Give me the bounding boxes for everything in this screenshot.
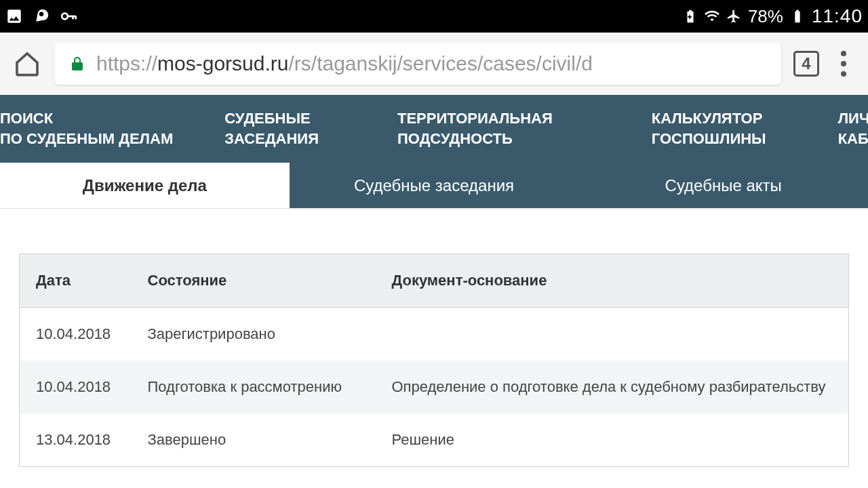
android-status-bar: 78% 11:40 (0, 0, 868, 33)
browser-toolbar: https://mos-gorsud.ru/rs/taganskij/servi… (0, 33, 868, 95)
cell-date: 10.04.2018 (20, 308, 132, 361)
table-row: 13.04.2018 Завершено Решение (20, 413, 849, 467)
nav-item-account[interactable]: ЛИЧНЫЙКАБИНЕТ (821, 108, 868, 148)
image-icon (5, 7, 23, 25)
cell-state: Завершено (132, 413, 376, 467)
dot-icon (841, 71, 846, 77)
battery-icon (790, 9, 805, 24)
key-icon (60, 7, 77, 25)
tab-switcher-button[interactable]: 4 (793, 51, 819, 77)
address-bar[interactable]: https://mos-gorsud.ru/rs/taganskij/servi… (54, 43, 781, 85)
site-nav: ПОИСКПО СУДЕБНЫМ ДЕЛАМ СУДЕБНЫЕЗАСЕДАНИЯ… (0, 95, 868, 163)
nav-item-calculator[interactable]: КАЛЬКУЛЯТОРГОСПОШЛИНЫ (634, 108, 821, 148)
cell-doc: Определение о подготовке дела к судебном… (376, 361, 849, 413)
tab-hearings[interactable]: Судебные заседания (290, 163, 579, 208)
location-icon (33, 7, 50, 25)
header-document: Документ-основание (376, 254, 849, 308)
cell-doc: Решение (376, 413, 849, 467)
header-date: Дата (20, 254, 132, 308)
tab-count: 4 (802, 54, 810, 73)
overflow-menu-button[interactable] (831, 51, 856, 77)
nav-item-search[interactable]: ПОИСКПО СУДЕБНЫМ ДЕЛАМ (0, 108, 207, 148)
nav-item-jurisdiction[interactable]: ТЕРРИТОРИАЛЬНАЯПОДСУДНОСТЬ (380, 108, 634, 148)
table-row: 10.04.2018 Зарегистрировано (20, 308, 849, 361)
cell-date: 13.04.2018 (20, 413, 132, 467)
home-icon (14, 50, 41, 77)
airplane-icon (726, 9, 741, 24)
tab-case-movement[interactable]: Движение дела (0, 163, 290, 208)
lock-icon (69, 54, 85, 73)
header-state: Состояние (132, 254, 376, 308)
dot-icon (841, 61, 846, 66)
nav-item-hearings[interactable]: СУДЕБНЫЕЗАСЕДАНИЯ (207, 108, 380, 148)
content-area: Дата Состояние Документ-основание 10.04.… (0, 209, 868, 467)
case-movement-table: Дата Состояние Документ-основание 10.04.… (19, 253, 849, 467)
clock-time: 11:40 (812, 5, 863, 27)
battery-percentage: 78% (748, 6, 783, 27)
cell-state: Зарегистрировано (132, 308, 376, 361)
battery-saver-icon (683, 9, 698, 24)
wifi-icon (705, 9, 719, 24)
table-row: 10.04.2018 Подготовка к рассмотрению Опр… (20, 361, 849, 413)
svg-point-1 (62, 14, 68, 20)
home-button[interactable] (12, 49, 42, 79)
cell-state: Подготовка к рассмотрению (132, 361, 376, 413)
cell-date: 10.04.2018 (20, 361, 132, 413)
svg-point-0 (39, 12, 44, 17)
url-text: https://mos-gorsud.ru/rs/taganskij/servi… (96, 52, 593, 75)
tab-acts[interactable]: Судебные акты (578, 163, 868, 208)
case-tabs: Движение дела Судебные заседания Судебны… (0, 163, 868, 209)
cell-doc (376, 308, 849, 361)
dot-icon (841, 51, 846, 56)
